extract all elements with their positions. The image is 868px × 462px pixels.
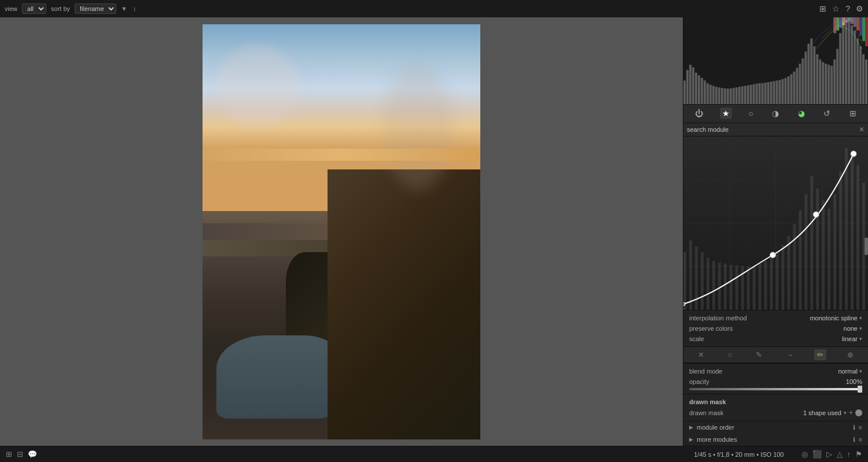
svg-point-117 — [683, 302, 685, 306]
statusbar-left-icons: ⊞ ⊟ 💬 — [6, 450, 37, 459]
mask-row: drawn mask 1 shape used ▾ + — [683, 407, 868, 419]
svg-rect-67 — [839, 17, 842, 28]
filmroll-icon[interactable]: ⊟ — [17, 450, 23, 459]
view-label: view — [5, 5, 17, 12]
svg-rect-5 — [695, 73, 697, 105]
more-modules-row[interactable]: ▶ more modules ℹ ≡ — [683, 434, 868, 446]
cloud-right — [383, 65, 453, 190]
svg-rect-76 — [865, 17, 868, 46]
search-clear-icon[interactable]: ✕ — [859, 125, 865, 134]
half-circle-btn[interactable]: ◑ — [770, 108, 781, 119]
mask-row-icons: 1 shape used ▾ + — [803, 409, 862, 417]
gear-icon[interactable]: ⚙ — [856, 4, 863, 13]
module-order-info-icon[interactable]: ℹ — [853, 424, 855, 431]
circle-btn[interactable]: ○ — [746, 108, 755, 119]
mask-value: 1 shape used — [803, 409, 841, 416]
power-btn[interactable]: ⏻ — [693, 108, 705, 119]
svg-rect-69 — [845, 17, 848, 23]
scale-arrow: ▾ — [859, 336, 862, 342]
svg-rect-24 — [750, 85, 752, 105]
svg-rect-26 — [756, 84, 758, 105]
view-select[interactable]: all — [22, 3, 46, 14]
location-icon[interactable]: ◎ — [801, 450, 808, 459]
star-icon[interactable]: ☆ — [832, 4, 840, 13]
svg-rect-37 — [787, 76, 789, 104]
crop-icon[interactable]: ▷ — [826, 450, 832, 459]
blend-arrow-btn[interactable]: → — [783, 349, 796, 360]
blend-brush-btn[interactable]: ✏ — [814, 349, 826, 360]
svg-rect-101 — [776, 252, 779, 310]
blend-circle-btn[interactable]: ○ — [725, 349, 735, 360]
svg-rect-108 — [816, 189, 819, 310]
sort-select[interactable]: filename — [75, 3, 116, 14]
svg-rect-107 — [810, 176, 813, 310]
svg-rect-110 — [827, 209, 830, 310]
mask-circle-icon — [855, 409, 862, 416]
svg-rect-75 — [862, 17, 865, 41]
blend-mode-value[interactable]: normal ▾ — [838, 368, 862, 375]
svg-rect-39 — [793, 72, 795, 104]
mask-dropdown-arrow[interactable]: ▾ — [844, 410, 847, 416]
module-order-row[interactable]: ▶ module order ℹ ≡ — [683, 422, 868, 434]
opacity-handle[interactable] — [858, 386, 862, 393]
color-picker-icon[interactable]: ⬛ — [812, 450, 822, 459]
more-modules-info-icon[interactable]: ℹ — [853, 436, 855, 443]
interpolation-value[interactable]: monotonic spline ▾ — [810, 315, 862, 321]
blend-x-btn[interactable]: ✕ — [695, 349, 707, 360]
svg-rect-18 — [733, 88, 735, 104]
svg-point-119 — [813, 212, 819, 217]
opacity-bar-container[interactable] — [683, 387, 868, 391]
svg-rect-1 — [683, 80, 686, 104]
mask-section: drawn mask drawn mask 1 shape used ▾ + — [683, 394, 868, 421]
scale-row: scale linear ▾ — [683, 334, 868, 344]
blend-extra-btn[interactable]: ⊕ — [844, 349, 856, 360]
svg-rect-7 — [701, 78, 703, 105]
svg-rect-30 — [767, 82, 770, 104]
svg-rect-94 — [735, 265, 738, 310]
mask-add-icon[interactable]: + — [849, 409, 853, 417]
more-modules-menu-icon[interactable]: ≡ — [859, 436, 862, 443]
svg-rect-29 — [764, 83, 767, 104]
blend-mode-label: blend mode — [689, 368, 723, 375]
export-icon[interactable]: ↑ — [847, 450, 851, 459]
search-input[interactable] — [687, 126, 859, 133]
svg-rect-51 — [827, 65, 830, 104]
sort-label: sort by — [51, 5, 70, 12]
svg-rect-100 — [770, 257, 773, 310]
help-icon[interactable]: ? — [845, 4, 850, 13]
star-filter-icon[interactable]: ⚑ — [855, 450, 862, 459]
mask-row-label: drawn mask — [689, 409, 723, 416]
svg-rect-121 — [865, 238, 868, 255]
svg-rect-25 — [753, 84, 755, 105]
module-order-section: ▶ module order ℹ ≡ ▶ more modules ℹ ≡ — [683, 421, 868, 446]
export-btn[interactable]: ⊞ — [847, 108, 859, 119]
sort-direction-icon[interactable]: ▼ — [121, 5, 127, 12]
svg-rect-19 — [735, 87, 738, 104]
svg-rect-55 — [839, 33, 841, 104]
opacity-label: opacity — [689, 378, 709, 385]
reset-btn[interactable]: ↺ — [821, 108, 833, 119]
comment-icon[interactable]: 💬 — [28, 450, 37, 459]
svg-rect-93 — [730, 265, 733, 310]
curve-svg[interactable] — [683, 136, 868, 310]
opacity-bar[interactable] — [689, 388, 862, 390]
svg-rect-32 — [773, 81, 775, 104]
grid-icon[interactable]: ⊞ — [819, 4, 826, 13]
svg-rect-68 — [842, 17, 845, 25]
svg-rect-71 — [851, 17, 854, 24]
preserve-colors-value[interactable]: none ▾ — [844, 325, 862, 332]
blend-pen-btn[interactable]: ✎ — [753, 349, 765, 360]
svg-rect-14 — [721, 88, 723, 104]
color-btn[interactable]: ◕ — [796, 108, 807, 119]
watermark-icon[interactable]: △ — [837, 450, 843, 459]
filmstrip-icon[interactable]: ⊞ — [6, 450, 12, 459]
star-btn[interactable]: ★ — [720, 108, 732, 119]
sort-toggle-icon[interactable]: ↕ — [133, 5, 137, 12]
svg-rect-62 — [859, 46, 862, 104]
scale-value[interactable]: linear ▾ — [842, 335, 862, 342]
module-order-menu-icon[interactable]: ≡ — [859, 424, 862, 431]
svg-rect-44 — [807, 44, 810, 105]
svg-rect-63 — [862, 54, 865, 105]
svg-rect-112 — [839, 171, 842, 310]
opacity-value: 100% — [846, 378, 862, 385]
